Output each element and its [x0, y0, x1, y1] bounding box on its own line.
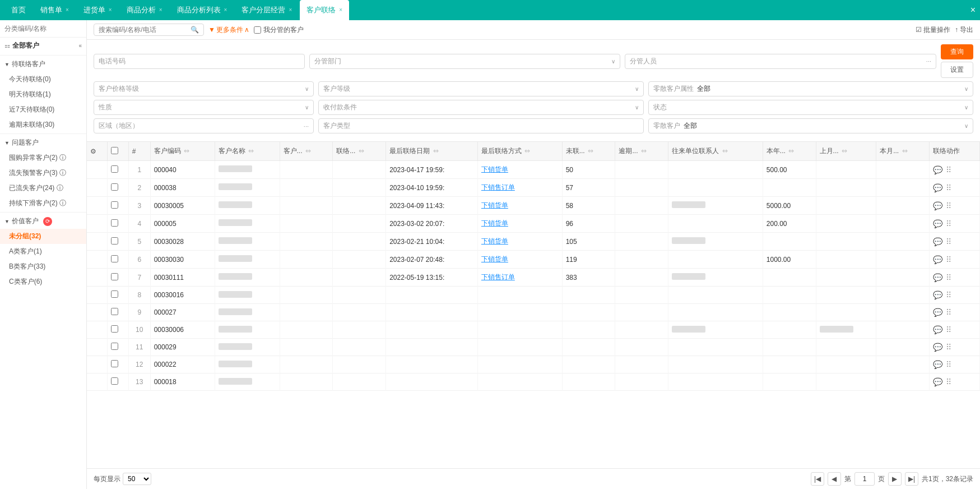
- col-name[interactable]: 客户名称 ⇔: [215, 142, 280, 161]
- row-action-msg[interactable]: 💬: [933, 201, 942, 210]
- sidebar-a-class[interactable]: A类客户(1): [0, 244, 86, 259]
- row-action-msg[interactable]: 💬: [933, 219, 942, 228]
- row-action-more[interactable]: ⠿: [946, 219, 951, 228]
- row-check[interactable]: [107, 179, 128, 197]
- export-btn[interactable]: ↑ 导出: [955, 25, 973, 35]
- sidebar-week-pending[interactable]: 近7天待联络(0): [0, 102, 86, 117]
- row-checkbox[interactable]: [111, 360, 118, 367]
- nav-customer-mgmt-close[interactable]: ×: [289, 0, 292, 20]
- last-way-link[interactable]: 下销货单: [481, 201, 508, 209]
- nav-product-analysis[interactable]: 商品分析 ×: [120, 0, 169, 20]
- nav-customer-mgmt[interactable]: 客户分层经营 ×: [235, 0, 299, 20]
- sidebar-b-class[interactable]: B类客户(33): [0, 259, 86, 274]
- row-action-msg[interactable]: 💬: [933, 183, 942, 192]
- last-way-link[interactable]: 下销货单: [481, 237, 508, 245]
- nav-sales[interactable]: 销售单 ×: [34, 0, 76, 20]
- row-last-way[interactable]: 下销售订单: [477, 179, 562, 197]
- row-action-more[interactable]: ⠿: [946, 325, 951, 334]
- row-action-msg[interactable]: 💬: [933, 308, 942, 317]
- row-checkbox[interactable]: [111, 290, 118, 298]
- row-action-more[interactable]: ⠿: [946, 377, 951, 386]
- row-checkbox[interactable]: [111, 325, 118, 333]
- col-contact[interactable]: 联络... ⇔: [333, 142, 386, 161]
- row-last-way[interactable]: 下销货单: [477, 161, 562, 179]
- row-last-way[interactable]: 下销货单: [477, 233, 562, 251]
- sidebar-abnormal[interactable]: 囤购异常客户(2) ⓘ: [0, 150, 86, 165]
- row-last-way[interactable]: [477, 321, 562, 339]
- select-all-checkbox[interactable]: [111, 147, 118, 154]
- last-way-link[interactable]: 下销货单: [481, 219, 508, 227]
- row-action-more[interactable]: ⠿: [946, 183, 951, 192]
- row-action-msg[interactable]: 💬: [933, 360, 942, 369]
- row-check[interactable]: [107, 197, 128, 215]
- row-action-more[interactable]: ⠿: [946, 165, 951, 174]
- page-last-btn[interactable]: ▶|: [905, 472, 918, 486]
- sidebar-group-problem[interactable]: ▼ 问题客户: [0, 135, 86, 150]
- col-overdue[interactable]: 逾期... ⇔: [615, 142, 668, 161]
- col-cur-month[interactable]: 本月... ⇔: [876, 142, 930, 161]
- nav-product-close[interactable]: ×: [159, 0, 162, 20]
- sidebar-search-input[interactable]: [4, 25, 87, 33]
- col-last-month[interactable]: 上月... ⇔: [816, 142, 876, 161]
- row-last-way[interactable]: 下销货单: [477, 251, 562, 269]
- row-action-msg[interactable]: 💬: [933, 255, 942, 264]
- row-checkbox[interactable]: [111, 165, 118, 173]
- row-check[interactable]: [107, 287, 128, 304]
- row-action-msg[interactable]: 💬: [933, 290, 942, 299]
- nav-sales-close[interactable]: ×: [66, 0, 69, 20]
- row-action-more[interactable]: ⠿: [946, 360, 951, 369]
- sidebar-ungroup[interactable]: 未分组(32): [0, 229, 86, 244]
- col-last-way[interactable]: 最后联络方式 ⇔: [477, 142, 562, 161]
- per-page-select[interactable]: 50 100 200: [123, 473, 151, 485]
- last-way-link[interactable]: 下销售订单: [481, 273, 515, 281]
- my-customers-check[interactable]: [254, 26, 261, 34]
- col-uncontact[interactable]: 未联... ⇔: [562, 142, 615, 161]
- sidebar-churn-warning[interactable]: 流失预警客户(3) ⓘ: [0, 165, 86, 181]
- filter-search-input[interactable]: [99, 26, 188, 34]
- row-last-way[interactable]: 下销货单: [477, 215, 562, 233]
- row-action-more[interactable]: ⠿: [946, 255, 951, 264]
- row-check[interactable]: [107, 233, 128, 251]
- filter-search-icon[interactable]: 🔍: [191, 26, 199, 34]
- col-year[interactable]: 本年... ⇔: [763, 142, 816, 161]
- row-checkbox[interactable]: [111, 308, 118, 315]
- reset-button[interactable]: 设置: [941, 62, 973, 78]
- row-last-way[interactable]: [477, 339, 562, 356]
- row-action-more[interactable]: ⠿: [946, 237, 951, 246]
- col-partner[interactable]: 往来单位联系人 ⇔: [668, 142, 763, 161]
- row-action-more[interactable]: ⠿: [946, 308, 951, 317]
- my-customers-checkbox[interactable]: 我分管的客户: [254, 25, 304, 35]
- row-action-msg[interactable]: 💬: [933, 343, 942, 352]
- sidebar-group-value[interactable]: ▼ 价值客户 ⟳: [0, 214, 86, 229]
- row-action-more[interactable]: ⠿: [946, 201, 951, 210]
- nav-product-list-close[interactable]: ×: [224, 0, 227, 20]
- sidebar-overdue-pending[interactable]: 逾期未联络(30): [0, 117, 86, 132]
- col-last-date[interactable]: 最后联络日期 ⇔: [386, 142, 478, 161]
- sidebar-c-class[interactable]: C类客户(6): [0, 274, 86, 289]
- sidebar-group-pending[interactable]: ▼ 待联络客户: [0, 57, 86, 72]
- query-button[interactable]: 查询: [941, 44, 973, 59]
- sidebar-declining[interactable]: 持续下滑客户(2) ⓘ: [0, 196, 86, 211]
- row-checkbox[interactable]: [111, 255, 118, 262]
- filter-more-btn[interactable]: ▼ 更多条件 ∧: [208, 25, 249, 35]
- col-checkbox[interactable]: [107, 142, 128, 161]
- page-next-btn[interactable]: ▶: [888, 472, 902, 486]
- nav-close-all[interactable]: ×: [970, 5, 976, 15]
- nav-customer-contact-close[interactable]: ×: [339, 0, 342, 20]
- nav-purchase-close[interactable]: ×: [109, 0, 112, 20]
- row-check[interactable]: [107, 251, 128, 269]
- row-last-way[interactable]: [477, 287, 562, 304]
- page-input[interactable]: [854, 472, 875, 486]
- row-checkbox[interactable]: [111, 377, 118, 385]
- nav-product-list[interactable]: 商品分析列表 ×: [170, 0, 234, 20]
- last-way-link[interactable]: 下销售订单: [481, 183, 515, 191]
- row-action-msg[interactable]: 💬: [933, 273, 942, 282]
- last-way-link[interactable]: 下销货单: [481, 255, 508, 263]
- row-check[interactable]: [107, 161, 128, 179]
- sidebar-churned[interactable]: 已流失客户(24) ⓘ: [0, 181, 86, 196]
- row-check[interactable]: [107, 356, 128, 373]
- nav-purchase[interactable]: 进货单 ×: [77, 0, 119, 20]
- row-check[interactable]: [107, 215, 128, 233]
- row-action-msg[interactable]: 💬: [933, 165, 942, 174]
- col-code[interactable]: 客户编码 ⇔: [150, 142, 215, 161]
